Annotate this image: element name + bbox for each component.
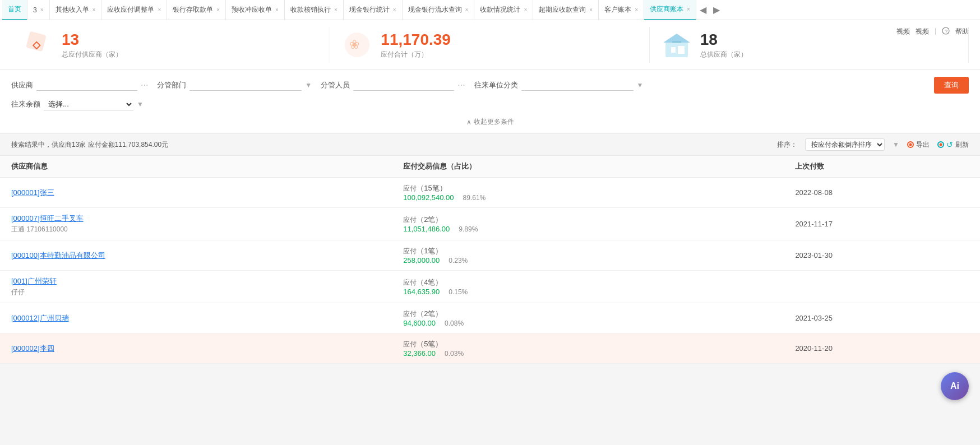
close-icon[interactable]: ×: [687, 6, 690, 12]
grain-icon: ❀: [341, 29, 373, 61]
supplier-info-cell: [001]广州荣轩仔仔: [0, 271, 392, 303]
close-icon[interactable]: ×: [93, 7, 96, 13]
sort-dropdown-icon[interactable]: ▼: [893, 141, 899, 149]
tx-info-cell: 应付（2笔）94,600.000.08%: [392, 303, 784, 333]
supplier-info-cell: [000002]李四: [0, 333, 392, 364]
category-input[interactable]: [521, 80, 634, 91]
video-text[interactable]: 视频: [916, 27, 929, 36]
nav-tab-customer-ledger[interactable]: 客户账本 ×: [599, 0, 644, 20]
nav-tab-other-income[interactable]: 其他收入单 ×: [50, 0, 102, 20]
tx-info-cell: 应付（5笔）32,366.000.03%: [392, 333, 784, 364]
supplier-link[interactable]: [000001]张三: [11, 188, 381, 198]
supplier-link[interactable]: [001]广州荣轩: [11, 276, 381, 286]
nav-prev-arrow[interactable]: ◀: [696, 4, 710, 15]
nav-tab-receipt-verify[interactable]: 收款核销执行 ×: [285, 0, 344, 20]
close-icon[interactable]: ×: [589, 7, 593, 13]
refresh-button[interactable]: ↺ 刷新: [937, 140, 969, 150]
supplier-input[interactable]: [36, 80, 137, 91]
stat-label-payable-total: 应付合计（万）: [381, 50, 451, 59]
close-icon[interactable]: ×: [465, 7, 469, 13]
supplier-more-icon[interactable]: ···: [141, 80, 148, 90]
nav-tab-home[interactable]: 首页: [2, 0, 27, 20]
tx-amount: 100,092,540.00: [403, 193, 454, 202]
table-header-row: 供应商信息 应付交易信息（占比） 上次付数: [0, 156, 980, 178]
query-button[interactable]: 查询: [934, 77, 969, 94]
svg-marker-5: [663, 34, 690, 43]
tx-label: 应付: [403, 216, 417, 224]
last-payment-cell: 2020-11-20: [784, 333, 980, 364]
stat-label-payable-suppliers: 总应付供应商（家）: [62, 50, 122, 59]
svg-text:◇: ◇: [32, 39, 41, 50]
sort-select[interactable]: 按应付余额倒序排序: [805, 138, 885, 151]
refresh-label: 刷新: [955, 140, 969, 150]
tx-amount: 32,366.00: [403, 349, 436, 358]
table-row: [000012]广州贝瑞应付（2笔）94,600.000.08%2021-03-…: [0, 303, 980, 333]
tx-pct: 0.23%: [449, 257, 468, 265]
nav-tab-prepay-offset[interactable]: 预收冲应收单 ×: [226, 0, 285, 20]
svg-text:?: ?: [945, 29, 947, 34]
nav-tab-3[interactable]: 3 ×: [27, 0, 50, 20]
supplier-link[interactable]: [000007]恒旺二手叉车: [11, 214, 381, 224]
svg-rect-8: [672, 41, 681, 43]
person-more-icon[interactable]: ···: [457, 80, 465, 90]
nav-tab-bank-deposit[interactable]: 银行存取款单 ×: [167, 0, 226, 20]
nav-tab-receipt-verify-label: 收款核销执行: [290, 5, 331, 15]
close-icon[interactable]: ×: [216, 7, 220, 13]
table-row: [000001]张三应付（15笔）100,092,540.0089.61%202…: [0, 178, 980, 208]
filter-category: 往来单位分类 ▼: [474, 80, 644, 91]
collapse-label: 收起更多条件: [474, 117, 514, 127]
close-icon[interactable]: ×: [275, 7, 279, 13]
stat-block-payable-total: ❀ 11,170.39 应付合计（万）: [330, 27, 649, 63]
tx-pct: 0.03%: [445, 350, 464, 358]
nav-tab-supplier-ledger[interactable]: 供应商账本 ×: [644, 0, 696, 20]
nav-bar: 首页 3 × 其他收入单 × 应收应付调整单 × 银行存取款单 × 预收冲应收单…: [0, 0, 980, 20]
nav-tab-cash-flow-query[interactable]: 现金银行流水查询 ×: [403, 0, 475, 20]
close-icon[interactable]: ×: [158, 7, 161, 13]
category-dropdown-icon[interactable]: ▼: [637, 81, 644, 89]
supplier-link[interactable]: [000100]本特勤油品有限公司: [11, 251, 381, 261]
supplier-info-cell: [000001]张三: [0, 178, 392, 208]
dept-dropdown-icon[interactable]: ▼: [305, 81, 312, 89]
tx-info-cell: 应付（15笔）100,092,540.0089.61%: [392, 178, 784, 208]
nav-tab-receipt-stat-label: 收款情况统计: [480, 5, 520, 15]
diamond-icon: ◇: [22, 29, 54, 61]
filter-person: 分管人员 ···: [321, 80, 465, 91]
nav-tab-receipt-stat[interactable]: 收款情况统计 ×: [474, 0, 533, 20]
close-icon[interactable]: ×: [40, 7, 44, 13]
person-input[interactable]: [353, 80, 454, 91]
balance-dropdown-icon[interactable]: ▼: [137, 100, 144, 108]
dept-input[interactable]: [189, 80, 302, 91]
supplier-link[interactable]: [000012]广州贝瑞: [11, 313, 381, 323]
refresh-icon-circle: ↺: [946, 140, 953, 149]
nav-tab-overdue-query[interactable]: 超期应收款查询 ×: [533, 0, 599, 20]
nav-tab-home-label: 首页: [8, 4, 21, 14]
supplier-link[interactable]: [000002]李四: [11, 344, 381, 354]
video-link[interactable]: 视频: [896, 27, 910, 36]
refresh-icon: [937, 141, 944, 148]
stat-block-suppliers-payable: ◇ 13 总应付供应商（家）: [11, 27, 330, 63]
header-actions: 视频 视频 | ? 帮助: [896, 27, 969, 36]
filter-dept: 分管部门 ▼: [157, 80, 312, 91]
stat-number-payable-total: 11,170.39: [381, 30, 451, 49]
svg-text:❀: ❀: [349, 38, 359, 52]
tx-label: 应付: [403, 184, 417, 192]
nav-tab-cash-bank-stat[interactable]: 现金银行统计 ×: [344, 0, 403, 20]
tx-amount: 164,635.90: [403, 288, 440, 296]
help-text[interactable]: 帮助: [955, 27, 969, 36]
tx-label: 应付: [403, 279, 417, 286]
balance-select[interactable]: 选择...: [44, 98, 133, 110]
close-icon[interactable]: ×: [393, 7, 396, 13]
close-icon[interactable]: ×: [635, 7, 638, 13]
tx-count: （15笔）: [417, 184, 446, 192]
tx-info-cell: 应付（2笔）11,051,486.009.89%: [392, 208, 784, 240]
collapse-button[interactable]: ∧ 收起更多条件: [11, 115, 969, 129]
export-button[interactable]: 导出: [907, 140, 930, 150]
tx-pct: 0.15%: [449, 288, 468, 296]
nav-tab-ar-ap-adjust[interactable]: 应收应付调整单 ×: [101, 0, 167, 20]
svg-rect-6: [671, 47, 676, 53]
nav-next-arrow[interactable]: ▶: [710, 4, 723, 15]
close-icon[interactable]: ×: [334, 7, 338, 13]
close-icon[interactable]: ×: [524, 7, 527, 13]
collapse-icon: ∧: [466, 118, 471, 126]
stat-number-total-suppliers: 18: [700, 30, 747, 49]
